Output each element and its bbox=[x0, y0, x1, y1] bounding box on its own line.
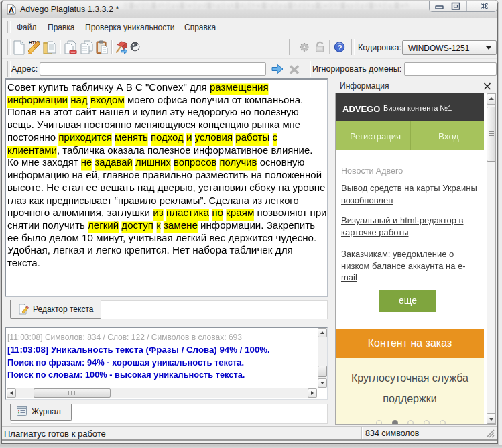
svg-text:?: ? bbox=[338, 44, 342, 52]
svg-text:A: A bbox=[9, 6, 14, 14]
